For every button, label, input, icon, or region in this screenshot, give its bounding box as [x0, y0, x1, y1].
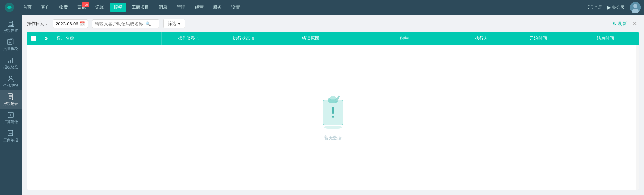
close-button[interactable]: ✕ [631, 20, 639, 27]
nav-manage[interactable]: 管理 [173, 3, 189, 12]
individual-tax-icon [7, 75, 14, 82]
table-header: ⚙ 客户名称 操作类型 ⇅ 执行状态 ⇅ 错误原因 税种 [27, 32, 639, 45]
batch-tax-icon [7, 38, 14, 46]
calendar-icon: 📅 [80, 21, 85, 26]
refresh-label: 刷新 [618, 21, 627, 27]
sidebar-item-batch-tax[interactable]: 批量报税 [0, 36, 22, 54]
nav-business[interactable]: 工商项目 [128, 3, 153, 12]
nav-home[interactable]: 首页 [19, 3, 36, 12]
th-checkbox[interactable] [27, 32, 40, 45]
sidebar-label-settlement: 汇算清缴 [3, 120, 18, 124]
nav-bookkeeping[interactable]: 记账 [91, 3, 108, 12]
sidebar-label-annual-report: 工商年报 [3, 138, 18, 142]
nav-tax[interactable]: 报税 [110, 3, 126, 12]
nav-settings[interactable]: 设置 [227, 3, 244, 12]
fullscreen-icon: ⛶ [588, 5, 593, 10]
refresh-button[interactable]: ↻ 刷新 [613, 21, 627, 27]
toolbar: 操作日期： 2023-06-06 📅 🔍 筛选 ▼ ↻ 刷新 ✕ [22, 15, 644, 32]
chevron-down-icon: ▼ [178, 22, 181, 26]
empty-state: 暂无数据 [311, 87, 355, 148]
sidebar-label-batch-tax: 批量报税 [3, 47, 18, 51]
date-picker[interactable]: 2023-06-06 📅 [53, 20, 88, 28]
svg-rect-32 [330, 97, 336, 100]
search-input[interactable] [95, 21, 145, 26]
sort-op-type-icon: ⇅ [197, 37, 200, 40]
fullscreen-label: 全屏 [594, 5, 602, 10]
th-start-time: 开始时间 [505, 32, 572, 45]
th-gear[interactable]: ⚙ [40, 32, 52, 45]
sidebar-label-individual-tax: 个税申报 [3, 83, 18, 88]
sidebar-label-tax-settings: 报税设置 [3, 29, 18, 33]
settlement-icon [7, 111, 14, 119]
th-op-type[interactable]: 操作类型 ⇅ [162, 32, 216, 45]
svg-point-34 [332, 116, 334, 118]
app-logo[interactable] [3, 1, 15, 13]
filter-button[interactable]: 筛选 ▼ [163, 19, 185, 28]
th-error-reason: 错误原因 [271, 32, 350, 45]
top-navigation: 首页 客户 收费 票据 new 记账 报税 工商项目 消息 管理 经营 服务 设… [0, 0, 644, 15]
th-exec-status[interactable]: 执行状态 ⇅ [216, 32, 271, 45]
user-avatar[interactable] [630, 2, 641, 13]
records-table: ⚙ 客户名称 操作类型 ⇅ 执行状态 ⇅ 错误原因 税种 [27, 32, 639, 190]
tax-overview-icon [7, 56, 14, 64]
nav-operation[interactable]: 经营 [191, 3, 208, 12]
svg-point-37 [324, 126, 342, 129]
svg-rect-15 [8, 61, 9, 63]
nav-invoice[interactable]: 票据 new [73, 3, 90, 12]
sidebar-label-tax-records: 报税记录 [3, 102, 18, 106]
svg-point-18 [9, 76, 12, 79]
annual-report-icon [7, 129, 14, 137]
date-label: 操作日期： [27, 21, 49, 27]
sidebar: 报税设置 批量报税 报税总览 个税申报 报税记录 [0, 15, 22, 195]
fullscreen-button[interactable]: ⛶ 全屏 [588, 5, 602, 10]
tax-records-icon [7, 93, 14, 101]
sidebar-item-individual-tax[interactable]: 个税申报 [0, 72, 22, 90]
select-all-checkbox[interactable] [31, 36, 36, 41]
filter-label: 筛选 [168, 21, 176, 27]
svg-rect-16 [10, 60, 11, 63]
table-body: 暂无数据 [27, 45, 639, 190]
sidebar-item-tax-overview[interactable]: 报税总览 [0, 54, 22, 72]
svg-rect-33 [332, 107, 334, 114]
tax-settings-icon [7, 20, 14, 28]
th-end-time: 结束时间 [572, 32, 639, 45]
sidebar-item-settlement[interactable]: 汇算清缴 [0, 109, 22, 127]
member-button[interactable]: ▶ 畅会员 [607, 5, 625, 10]
nav-items: 首页 客户 收费 票据 new 记账 报税 工商项目 消息 管理 经营 服务 设… [19, 3, 588, 12]
date-value: 2023-06-06 [56, 21, 78, 26]
th-tax-type: 税种 [350, 32, 458, 45]
main-content: 操作日期： 2023-06-06 📅 🔍 筛选 ▼ ↻ 刷新 ✕ [22, 15, 644, 195]
svg-rect-17 [12, 58, 13, 63]
empty-text: 暂无数据 [324, 135, 342, 141]
sidebar-item-tax-records[interactable]: 报税记录 [0, 90, 22, 109]
top-nav-right: ⛶ 全屏 ▶ 畅会员 [588, 2, 641, 13]
search-icon[interactable]: 🔍 [145, 21, 151, 26]
sidebar-item-tax-settings[interactable]: 报税设置 [0, 17, 22, 36]
th-executor: 执行人 [458, 32, 505, 45]
gear-icon: ⚙ [44, 36, 48, 41]
sidebar-label-tax-overview: 报税总览 [3, 65, 18, 69]
sort-exec-status-icon: ⇅ [252, 37, 254, 40]
empty-illustration [318, 94, 348, 131]
nav-customer[interactable]: 客户 [37, 3, 54, 12]
new-badge: new [82, 2, 89, 7]
th-customer-name: 客户名称 [52, 32, 162, 45]
table-scrollbar[interactable] [636, 45, 639, 190]
main-layout: 报税设置 批量报税 报税总览 个税申报 报税记录 [0, 15, 644, 195]
nav-fee[interactable]: 收费 [55, 3, 72, 12]
nav-message[interactable]: 消息 [155, 3, 171, 12]
svg-point-2 [633, 4, 637, 8]
member-icon: ▶ [607, 5, 611, 10]
sidebar-item-annual-report[interactable]: 工商年报 [0, 127, 22, 145]
refresh-icon: ↻ [613, 21, 617, 26]
nav-service[interactable]: 服务 [209, 3, 226, 12]
member-label: 畅会员 [612, 5, 625, 10]
search-box: 🔍 [92, 20, 159, 28]
